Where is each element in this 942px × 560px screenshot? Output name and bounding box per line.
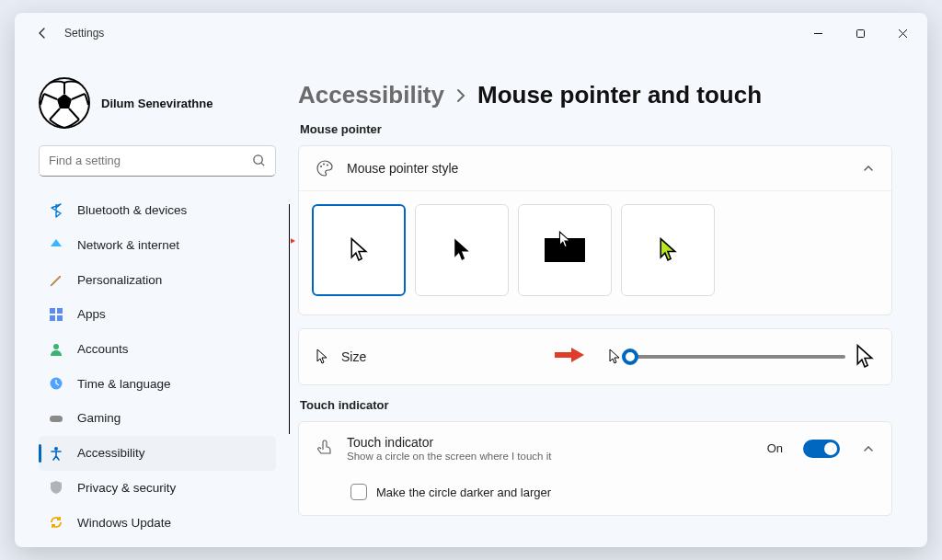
sidebar-item-accessibility[interactable]: Accessibility	[39, 436, 276, 471]
sidebar-item-update[interactable]: Windows Update	[39, 505, 276, 540]
search-box[interactable]	[39, 145, 276, 177]
pointer-style-inverted[interactable]	[518, 204, 612, 296]
cursor-black-icon	[452, 237, 472, 263]
style-title: Mouse pointer style	[347, 161, 458, 176]
card-header-style[interactable]: Mouse pointer style	[299, 146, 891, 190]
svg-rect-6	[57, 308, 63, 314]
sidebar-item-label: Accessibility	[77, 446, 145, 460]
search-input[interactable]	[49, 154, 252, 167]
touch-indicator-card: Touch indicator Show a circle on the scr…	[298, 421, 892, 516]
svg-rect-7	[50, 315, 55, 321]
cursor-inverted-icon	[558, 231, 571, 249]
annotation-arrow	[553, 346, 584, 364]
accessibility-icon	[48, 445, 64, 462]
sidebar-item-label: Gaming	[77, 411, 121, 425]
breadcrumb-current: Mouse pointer and touch	[477, 81, 762, 109]
svg-point-14	[323, 164, 325, 166]
sidebar-item-label: Accounts	[77, 342, 129, 356]
pointer-style-black[interactable]	[415, 204, 509, 296]
touch-toggle-row[interactable]: Touch indicator Show a circle on the scr…	[299, 422, 891, 474]
sidebar-item-network[interactable]: Network & internet	[39, 227, 276, 262]
bluetooth-icon	[48, 202, 64, 219]
chevron-up-icon[interactable]	[862, 442, 875, 455]
main-content: Accessibility Mouse pointer and touch Mo…	[291, 53, 927, 547]
touch-icon	[316, 440, 334, 458]
svg-point-15	[327, 165, 328, 166]
sidebar-item-gaming[interactable]: Gaming	[39, 401, 276, 436]
chevron-up-icon	[862, 162, 875, 175]
network-icon	[48, 236, 64, 253]
sidebar-item-privacy[interactable]: Privacy & security	[39, 471, 276, 506]
gaming-icon	[48, 410, 64, 427]
minimize-button[interactable]	[797, 17, 839, 49]
back-button[interactable]	[28, 17, 59, 49]
toggle-state: On	[767, 441, 783, 455]
pointer-style-options	[299, 190, 891, 314]
minimize-icon	[813, 29, 823, 39]
chevron-right-icon	[455, 87, 466, 104]
user-name: Dilum Senevirathne	[101, 97, 213, 110]
palette-icon	[316, 159, 334, 177]
sidebar-item-personalization[interactable]: Personalization	[39, 262, 276, 297]
size-title: Size	[341, 349, 366, 364]
touch-darker-row[interactable]: Make the circle darker and larger	[299, 474, 891, 515]
section-label-mouse: Mouse pointer	[300, 122, 892, 136]
sidebar: Dilum Senevirathne Bluetooth & devices N…	[15, 53, 291, 547]
slider-thumb[interactable]	[622, 349, 638, 365]
maximize-icon	[856, 29, 866, 39]
touch-toggle[interactable]	[803, 440, 840, 458]
slider-track[interactable]	[630, 355, 845, 359]
privacy-icon	[48, 479, 64, 496]
cursor-small-icon	[316, 349, 328, 365]
update-icon	[48, 514, 64, 531]
accounts-icon	[48, 341, 64, 358]
checkbox-darker[interactable]	[350, 484, 367, 500]
search-icon	[252, 154, 266, 167]
svg-point-13	[320, 166, 322, 167]
toggle-knob	[824, 442, 837, 455]
mouse-size-card: Size	[298, 328, 892, 385]
close-button[interactable]	[881, 17, 924, 49]
avatar	[39, 77, 90, 129]
inverted-demo	[545, 238, 585, 262]
sidebar-item-label: Apps	[77, 307, 106, 321]
sidebar-item-label: Time & language	[77, 377, 171, 391]
section-label-touch: Touch indicator	[300, 398, 892, 412]
annotation-line	[289, 204, 290, 434]
breadcrumb-parent[interactable]: Accessibility	[298, 81, 444, 109]
sidebar-item-bluetooth[interactable]: Bluetooth & devices	[39, 193, 276, 228]
sidebar-nav: Bluetooth & devices Network & internet P…	[39, 193, 276, 540]
cursor-custom-icon	[658, 237, 678, 263]
mouse-pointer-style-card: Mouse pointer style	[298, 145, 892, 315]
close-icon	[898, 29, 908, 39]
pointer-style-custom[interactable]	[621, 204, 715, 296]
maximize-button[interactable]	[839, 17, 881, 49]
sidebar-item-accounts[interactable]: Accounts	[39, 332, 276, 367]
svg-rect-11	[50, 416, 63, 422]
breadcrumb: Accessibility Mouse pointer and touch	[298, 81, 892, 109]
soccer-ball-icon	[39, 77, 90, 129]
touch-toggle-title: Touch indicator	[347, 435, 551, 450]
sidebar-item-apps[interactable]: Apps	[39, 297, 276, 332]
cursor-max-icon	[855, 344, 875, 370]
cursor-white-icon	[349, 237, 369, 263]
sidebar-item-label: Personalization	[77, 273, 162, 287]
arrow-left-icon	[36, 26, 51, 40]
touch-toggle-desc: Show a circle on the screen where I touc…	[347, 451, 551, 462]
sidebar-item-label: Network & internet	[77, 238, 179, 252]
app-name: Settings	[64, 27, 104, 40]
svg-rect-0	[856, 29, 864, 37]
annotation-arrow	[291, 232, 295, 250]
svg-rect-8	[57, 315, 63, 321]
cursor-min-icon	[608, 349, 621, 365]
sidebar-item-label: Windows Update	[77, 516, 171, 530]
settings-window: Settings	[15, 13, 927, 547]
profile[interactable]: Dilum Senevirathne	[39, 53, 276, 145]
time-icon	[48, 375, 64, 392]
sidebar-item-time[interactable]: Time & language	[39, 366, 276, 401]
svg-point-4	[254, 155, 262, 164]
pointer-style-white[interactable]	[312, 204, 406, 296]
svg-rect-5	[50, 308, 55, 314]
svg-point-9	[53, 344, 59, 349]
size-slider[interactable]	[608, 344, 875, 370]
